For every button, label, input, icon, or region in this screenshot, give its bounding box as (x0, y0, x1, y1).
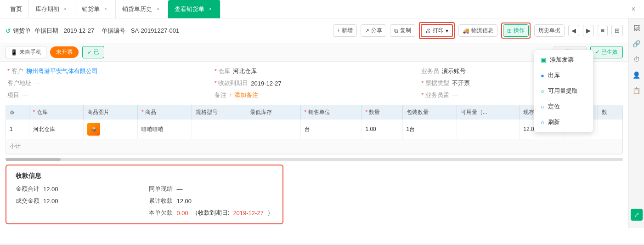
project-value: — (22, 92, 28, 99)
employee-label: 业务员 (421, 67, 439, 75)
salesperson-label: 业务员孟 (421, 91, 449, 99)
add-notes-btn[interactable]: + 添加备注 (229, 91, 258, 99)
dropdown-available-pickup[interactable]: ○ 可用量提取 (534, 83, 593, 99)
cell-image: 📦 (83, 120, 137, 139)
due-note-prefix: （收款到期日: (192, 209, 230, 217)
tab-sales-history-close[interactable]: × (155, 6, 161, 12)
footer-title: 收款信息 (16, 172, 273, 180)
refresh-label: 刷新 (548, 118, 560, 126)
col-warehouse: 仓库 (29, 105, 83, 120)
not-open-ticket-button[interactable]: 未开票 (50, 46, 79, 58)
settings-icon[interactable]: ⚙ (10, 109, 15, 116)
doc-date-value: 2019-12-27 (64, 27, 95, 34)
sidebar-link-icon[interactable]: 🔗 (631, 38, 643, 50)
main-container: ↺ 销货单 单据日期 2019-12-27 单据编号 SA-20191227-0… (0, 18, 644, 244)
tab-home[interactable]: 首页 (4, 0, 29, 18)
col-spec: 规格型号 (192, 105, 246, 120)
customer-label: 客户 (7, 67, 23, 75)
form-notes: 备注 + 添加备注 (215, 91, 414, 99)
doc-no-value: SA-20191227-001 (131, 27, 180, 34)
ops-button[interactable]: ⊞ 操作 (503, 24, 529, 37)
tab-sales[interactable]: 销货单 × (75, 0, 116, 18)
cumulative-label: 累计收款 (149, 197, 173, 205)
tab-bar: 首页 库存期初 × 销货单 × 销货单历史 × 查看销货单 × × (0, 0, 644, 18)
print-dropdown-icon: ▾ (446, 28, 448, 34)
sidebar-image-icon[interactable]: 🖼 (631, 22, 643, 34)
nav-next-button[interactable]: ▶ (583, 25, 594, 36)
tab-view-sales[interactable]: 查看销货单 × (168, 0, 220, 18)
dropdown-refresh[interactable]: ○ 刷新 (534, 114, 593, 130)
copy-icon: ⧉ (394, 28, 398, 34)
form-address: 客户地址 — (7, 79, 207, 87)
nav-prev-button[interactable]: ◀ (568, 25, 579, 36)
print-highlight: 🖨 打印 ▾ (419, 22, 455, 39)
tab-inventory-close[interactable]: × (62, 6, 68, 12)
history-button[interactable]: 历史单据 (534, 24, 565, 37)
cell-pack-qty: 1台 (402, 120, 457, 139)
content-wrapper: ↺ 销货单 单据日期 2019-12-27 单据编号 SA-20191227-0… (0, 18, 644, 228)
view-grid-button[interactable]: ⊞ (611, 25, 623, 36)
cumulative-value: 12.00 (176, 198, 192, 205)
logistics-icon: 🚚 (463, 28, 469, 34)
col-qty: 数量 (362, 105, 402, 120)
col-settings[interactable]: ⚙ (6, 105, 29, 120)
dropdown-locate[interactable]: ○ 定位 (534, 99, 593, 114)
cell-qty: 1.00 (362, 120, 402, 139)
customer-value[interactable]: 柳州粤港平安气体有限公司 (26, 67, 98, 75)
new-button[interactable]: + 新增 (333, 24, 357, 37)
data-table-container: ⚙ 仓库 商品图片 商品 规格型号 最低库存 销售单位 数量 包装数量 可用量（… (6, 105, 623, 154)
ticket-type-label: 票据类型 (421, 79, 449, 87)
subtotal-label: 小计 (6, 139, 622, 154)
share-button[interactable]: ↗ 分享 (361, 24, 386, 37)
tab-sales-history[interactable]: 销货单历史 × (116, 0, 168, 18)
table-scrollbar[interactable] (6, 158, 623, 161)
cell-product: 嘻嘻嘻嘻 (137, 120, 192, 139)
tab-inventory[interactable]: 库存期初 × (29, 0, 75, 18)
cell-warehouse: 河北仓库 (29, 120, 83, 139)
data-table: ⚙ 仓库 商品图片 商品 规格型号 最低库存 销售单位 数量 包装数量 可用量（… (6, 105, 622, 154)
tab-sales-close[interactable]: × (102, 6, 109, 12)
available-pickup-label: 可用量提取 (548, 87, 578, 95)
notes-label: 备注 (215, 91, 226, 99)
address-value: — (34, 80, 40, 87)
outbound-icon: ● (541, 72, 544, 79)
effective-button[interactable]: ✓ 已生效 (590, 46, 623, 58)
doc-type: ↺ 销货单 (6, 27, 31, 35)
doc-type-icon: ↺ (6, 27, 11, 34)
print-button[interactable]: 🖨 打印 ▾ (421, 24, 453, 37)
logistics-button[interactable]: 🚚 物流信息 (458, 24, 497, 37)
sidebar-table-icon[interactable]: 📋 (631, 85, 643, 97)
window-close-button[interactable]: × (627, 2, 640, 16)
total-amount-label: 金额合计 (16, 185, 40, 193)
tab-home-label: 首页 (10, 5, 22, 13)
col-product: 商品 (137, 105, 192, 120)
dropdown-add-invoice[interactable]: ▣ 添加发票 (534, 52, 593, 68)
cell-spec (192, 120, 246, 139)
ops-highlight: ⊞ 操作 (501, 23, 531, 39)
due-amount-value: 0.00 (176, 210, 188, 217)
copy-button[interactable]: ⧉ 复制 (390, 24, 415, 37)
refresh-icon: ○ (541, 119, 544, 126)
add-invoice-label: 添加发票 (550, 56, 574, 64)
from-phone-button[interactable]: 📱 来自手机 (6, 46, 46, 58)
same-order-label: 同单现结 (149, 185, 173, 193)
scrollbar-thumb[interactable] (6, 158, 61, 161)
sidebar-person-icon[interactable]: 👤 (631, 69, 643, 81)
ops-icon: ⊞ (507, 28, 512, 34)
view-list-button[interactable]: ≡ (598, 25, 608, 36)
table-body: 1 河北仓库 📦 嘻嘻嘻嘻 台 1.00 1台 (6, 120, 622, 154)
form-due-date: 收款到期日 2019-12-27 (215, 79, 414, 87)
print-icon: 🖨 (425, 28, 431, 34)
same-order-value: — (176, 186, 182, 193)
sidebar-clock-icon[interactable]: ⏱ (631, 53, 643, 65)
add-invoice-icon: ▣ (541, 57, 546, 63)
sidebar-expand-icon[interactable]: ⤢ (631, 209, 643, 221)
tab-sales-label: 销货单 (82, 5, 100, 13)
doc-title-area: ↺ 销货单 单据日期 2019-12-27 单据编号 SA-20191227-0… (6, 27, 328, 35)
tab-view-sales-close[interactable]: × (207, 6, 214, 12)
footer-grid: 金额合计 12.00 成交金额 12.00 同单现结 — (16, 185, 273, 217)
cell-available (457, 120, 519, 139)
form-warehouse: 仓库 河北仓库 (215, 67, 414, 75)
dropdown-outbound[interactable]: ● 出库 (534, 68, 593, 83)
confirm-button[interactable]: ✓ 已 (82, 46, 104, 58)
